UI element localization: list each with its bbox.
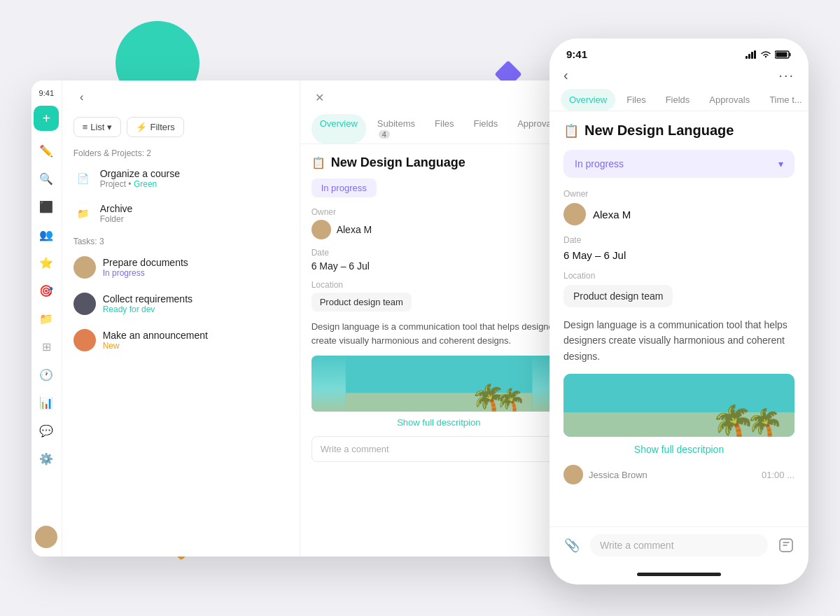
mobile-comment-preview: Jessica Brown 01:00 ... <box>564 465 794 484</box>
sidebar-icon-inbox[interactable]: ⬛ <box>35 195 57 218</box>
mobile-comment-input[interactable]: Write a comment <box>590 534 768 556</box>
sidebar-icon-users[interactable]: 👥 <box>35 223 57 246</box>
organize-name: Organize a course <box>100 168 288 179</box>
mobile-owner-label: Owner <box>564 189 794 199</box>
tab-subitems[interactable]: Subitems 4 <box>369 114 424 144</box>
task-status-0: In progress <box>103 268 288 278</box>
mobile-commenter-name: Jessica Brown <box>589 470 648 480</box>
mobile-tab-overview[interactable]: Overview <box>561 89 615 111</box>
owner-avatar <box>312 220 331 239</box>
detail-title-row: 📋 New Design Language <box>312 155 566 170</box>
organize-sub: Project • Green <box>100 179 288 189</box>
tab-fields[interactable]: Fields <box>465 114 507 144</box>
battery-icon <box>775 50 792 59</box>
task-item-1[interactable]: Collect requirements Ready for dev <box>62 286 300 322</box>
list-panel: ‹ ≡ List ▾ ⚡ Filters Folders & Projects:… <box>62 80 300 556</box>
back-button[interactable]: ‹ <box>74 89 90 106</box>
task-avatar-1 <box>74 293 96 315</box>
mobile-back-button[interactable]: ‹ <box>564 67 568 83</box>
sidebar-icon-star[interactable]: ⭐ <box>35 251 57 274</box>
wifi-icon <box>760 50 771 59</box>
mobile-title: New Design Language <box>584 122 734 139</box>
task-icon: 📋 <box>312 156 326 169</box>
mobile-time: 9:41 <box>566 48 587 60</box>
mobile-status-badge[interactable]: In progress ▾ <box>564 150 794 178</box>
svg-rect-5 <box>746 56 748 59</box>
sidebar-icon-message[interactable]: 💬 <box>35 419 57 442</box>
folders-label: Folders & Projects: 2 <box>62 143 300 161</box>
mobile-body: 📋 New Design Language In progress ▾ Owne… <box>550 111 808 526</box>
task-avatar-2 <box>74 329 96 351</box>
mobile-tab-approvals[interactable]: Approvals <box>701 89 758 111</box>
detail-body: 📋 New Design Language In progress Owner … <box>300 144 578 556</box>
comment-input[interactable]: Write a comment <box>312 436 566 462</box>
date-value: 6 May – 6 Jul <box>312 260 566 272</box>
detail-title: New Design Language <box>331 155 465 170</box>
tab-overview[interactable]: Overview <box>312 114 366 144</box>
task-name-1: Collect requirements <box>103 293 288 304</box>
list-item-organize[interactable]: 📄 Organize a course Project • Green <box>62 161 300 196</box>
mobile-description: Design language is a communication tool … <box>564 317 794 364</box>
mobile-title-row: 📋 New Design Language <box>564 122 794 139</box>
detail-tabs: Overview Subitems 4 Files Fields Approva… <box>300 114 578 144</box>
mobile-image: 🌴 🌴 <box>564 374 794 437</box>
sidebar-icon-grid[interactable]: ⊞ <box>35 335 57 358</box>
filters-button[interactable]: ⚡ Filters <box>127 117 183 137</box>
mobile-tab-fields[interactable]: Fields <box>657 89 699 111</box>
mobile-comment-time: 01:00 ... <box>762 470 794 480</box>
mobile-commenter-avatar <box>564 465 583 484</box>
location-label: Location <box>312 280 566 290</box>
tab-files[interactable]: Files <box>426 114 462 144</box>
sidebar-avatar[interactable] <box>35 526 57 548</box>
show-full-link[interactable]: Show full descritpion <box>312 417 566 428</box>
list-icon: ≡ <box>83 122 88 132</box>
list-header: ‹ <box>62 80 300 111</box>
detail-description: Design language is a communication tool … <box>312 320 566 347</box>
list-item-archive[interactable]: 📁 Archive Folder <box>62 196 300 231</box>
task-status-1: Ready for dev <box>103 304 288 314</box>
sidebar-icon-target[interactable]: 🎯 <box>35 279 57 302</box>
date-field: Date 6 May – 6 Jul <box>312 248 566 272</box>
home-indicator <box>550 564 808 584</box>
mobile-tab-time[interactable]: Time t... <box>761 89 808 111</box>
mobile-more-button[interactable]: ··· <box>778 67 794 83</box>
sidebar-icon-settings[interactable]: ⚙️ <box>35 447 57 470</box>
desktop-window: 9:41 + ✏️ 🔍 ⬛ 👥 ⭐ 🎯 📁 ⊞ 🕐 📊 💬 ⚙️ ‹ ≡ Lis… <box>31 80 578 556</box>
list-button[interactable]: ≡ List ▾ <box>74 117 122 137</box>
task-item-2[interactable]: Make an announcement New <box>62 322 300 358</box>
mobile-nav: ‹ ··· <box>550 64 808 89</box>
svg-rect-10 <box>790 52 791 56</box>
signal-icon <box>746 50 757 59</box>
task-item-0[interactable]: Prepare documents In progress <box>62 249 300 286</box>
mobile-status-icons <box>746 50 792 59</box>
mobile-show-full-link[interactable]: Show full descritpion <box>564 444 794 455</box>
project-icon: 📄 <box>74 169 93 188</box>
toolbar: ≡ List ▾ ⚡ Filters <box>62 111 300 143</box>
archive-name: Archive <box>100 203 288 214</box>
send-button[interactable] <box>775 534 797 556</box>
status-badge[interactable]: In progress <box>312 178 377 197</box>
archive-sub: Folder <box>100 214 288 224</box>
sidebar-icon-clock[interactable]: 🕐 <box>35 363 57 386</box>
mobile-location-chip: Product design team <box>564 285 673 307</box>
mobile-date-value: 6 May – 6 Jul <box>564 249 794 261</box>
detail-panel: ✕ Overview Subitems 4 Files Fields Appro… <box>300 80 578 556</box>
sidebar-icon-chart[interactable]: 📊 <box>35 391 57 414</box>
mobile-owner-name: Alexa M <box>593 209 631 220</box>
main-content: ‹ ≡ List ▾ ⚡ Filters Folders & Projects:… <box>62 80 578 556</box>
detail-header: ✕ <box>300 80 578 114</box>
mobile-tabs: Overview Files Fields Approvals Time t..… <box>550 89 808 111</box>
sidebar-icon-search[interactable]: 🔍 <box>35 167 57 190</box>
task-status-2: New <box>103 341 288 351</box>
location-field: Location Product design team <box>312 280 566 312</box>
sidebar-icon-folder[interactable]: 📁 <box>35 307 57 330</box>
svg-text:🌴: 🌴 <box>495 387 526 412</box>
detail-image: 🌴 🌴 <box>312 356 566 412</box>
mobile-date-label: Date <box>564 235 794 245</box>
task-avatar-0 <box>74 256 96 279</box>
add-button[interactable]: + <box>34 106 59 131</box>
mobile-tab-files[interactable]: Files <box>618 89 654 111</box>
sidebar-icon-edit[interactable]: ✏️ <box>35 139 57 162</box>
close-button[interactable]: ✕ <box>312 89 328 106</box>
attach-button[interactable]: 📎 <box>561 534 583 556</box>
